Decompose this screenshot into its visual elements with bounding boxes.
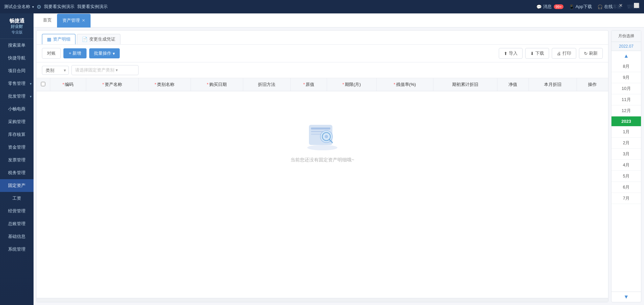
tab-home[interactable]: 首页 [38,13,57,27]
selected-year: 2022.07 [611,42,641,51]
th-monthly-depreciation: 本月折旧 [529,78,577,91]
sidebar-item-system[interactable]: 系统管理 [0,243,34,256]
month-item-2023-3月[interactable]: 3月 [611,149,641,160]
table-container: *编码 *资产名称 *类别名称 *购买日期 折旧方法 *原值 *期限(月) *残… [37,78,608,298]
month-item-2023-6月[interactable]: 6月 [611,182,641,193]
th-period: *期限(月) [327,78,376,91]
month-item-12月[interactable]: 12月 [611,105,641,116]
month-nav-up-btn[interactable]: ▲ [621,52,632,60]
app-download-label: App下载 [576,4,592,10]
th-operation: 操作 [577,78,608,91]
dropdown-icon: ▾ [32,5,34,9]
maximize-btn[interactable]: ⬜ [629,0,644,11]
sidebar: 畅捷通 好业财 专业版 搜索菜单快捷导航项目合同零售管理批发管理小畅电商采购管理… [0,13,34,305]
month-nav-down-btn[interactable]: ▼ [621,293,632,301]
sidebar-item-salary[interactable]: 工资 [0,192,34,205]
th-name: *资产名称 [86,78,139,91]
th-code: *编码 [50,78,86,91]
month-item-11月[interactable]: 11月 [611,94,641,105]
month-item-2023-2月[interactable]: 2月 [611,138,641,149]
year-badge[interactable]: 2023 [611,116,641,126]
month-item-2023-7月[interactable]: 7月 [611,193,641,204]
tab-asset-mgmt[interactable]: 资产管理 ✕ [57,14,91,28]
print-icon: 🖨 [557,51,561,56]
svg-point-8 [325,135,328,138]
sidebar-item-basic-info[interactable]: 基础信息 [0,230,34,243]
toolbar-left: 对账 + 新增 批量操作 ▾ [42,48,120,59]
sub-tab-asset-detail[interactable]: ▦ 资产明细 [42,34,75,44]
filter-placeholder: 请选择固定资产类别 [75,67,114,73]
phone-icon: 📱 [569,4,574,9]
category-select-wrapper: 类别 [42,66,69,75]
sidebar-item-ledger[interactable]: 总账管理 [0,217,34,230]
sidebar-item-operations[interactable]: 经营管理 [0,205,34,217]
month-list: 8月9月10月11月12月20231月2月3月4月5月6月7月 [611,61,641,292]
tab-home-label: 首页 [43,17,52,23]
top-bar-left: 测试企业名称 ▾ ⚙ 我要看实例演示 我要看实例演示 [4,4,108,10]
month-panel: 月份选择 2022.07 ▲ 8月9月10月11月12月20231月2月3月4月… [611,30,641,302]
month-item-8月[interactable]: 8月 [611,61,641,72]
filter-row: 类别 请选择固定资产类别 ▾ [37,62,608,78]
asset-table: *编码 *资产名称 *类别名称 *购买日期 折旧方法 *原值 *期限(月) *残… [37,78,608,91]
category-filter-input-wrapper[interactable]: 请选择固定资产类别 ▾ [71,65,139,75]
message-btn[interactable]: 💬 消息 99+ [536,4,564,10]
sidebar-item-search[interactable]: 搜索菜单 [0,39,34,52]
th-original-value: *原值 [291,78,327,91]
add-btn[interactable]: + 新增 [63,48,87,58]
message-label: 消息 [543,4,552,10]
month-item-10月[interactable]: 10月 [611,83,641,94]
th-residual-rate: *残值率(%) [376,78,433,91]
toolbar: 对账 + 新增 批量操作 ▾ ⬆ 导入 [37,45,608,62]
tab-close-icon[interactable]: ✕ [82,18,85,23]
demo-link[interactable]: 我要看实例演示 [44,4,74,10]
month-item-9月[interactable]: 9月 [611,72,641,83]
reconcile-btn[interactable]: 对账 [42,48,61,59]
refresh-label: 刷新 [589,50,598,56]
sidebar-item-fixed-assets[interactable]: 固定资产 [0,179,34,192]
month-panel-header: 月份选择 [611,31,641,42]
sub-tabs: ▦ 资产明细 📄 变更生成凭证 [37,31,608,45]
settings-icon[interactable]: ⚙ [37,4,41,10]
download-icon: ⬇ [530,51,534,56]
asset-detail-label: 资产明细 [53,36,70,42]
month-nav-up: ▲ [611,51,641,61]
category-select[interactable]: 类别 [42,66,69,75]
print-btn[interactable]: 🖨 打印 [552,48,576,59]
message-icon: 💬 [536,4,542,9]
select-all-checkbox[interactable] [41,82,45,86]
refresh-icon: ↻ [584,51,588,56]
sidebar-item-inventory[interactable]: 库存核算 [0,128,34,141]
sidebar-item-wholesale[interactable]: 批发管理 [0,90,34,103]
month-item-2023-4月[interactable]: 4月 [611,160,641,171]
scroll-bottom[interactable] [37,298,608,302]
download-btn[interactable]: ⬇ 下载 [525,48,549,59]
sidebar-item-project[interactable]: 项目合同 [0,64,34,77]
print-label: 打印 [562,50,571,56]
sidebar-item-quick-nav[interactable]: 快捷导航 [0,52,34,64]
close-btn[interactable]: ✕ [613,0,629,11]
refresh-btn[interactable]: ↻ 刷新 [579,48,603,59]
import-icon: ⬆ [504,51,507,56]
sidebar-item-invoice[interactable]: 发票管理 [0,154,34,166]
change-voucher-label: 变更生成凭证 [89,36,115,42]
demo-link-text[interactable]: 我要看实例演示 [77,4,108,10]
page-content: ▦ 资产明细 📄 变更生成凭证 对账 + 新增 [34,28,644,305]
month-item-2023-5月[interactable]: 5月 [611,171,641,182]
company-selector[interactable]: 测试企业名称 ▾ [4,4,34,10]
empty-illustration [302,118,342,152]
content-area: 首页 资产管理 ✕ ▦ 资产明细 📄 变更生成凭证 [34,13,644,305]
sidebar-item-finance[interactable]: 资金管理 [0,141,34,154]
app-download-btn[interactable]: 📱 App下载 [569,4,592,10]
sub-tab-change-voucher[interactable]: 📄 变更生成凭证 [77,34,120,44]
download-label: 下载 [535,50,544,56]
company-name: 测试企业名称 [4,4,30,10]
sidebar-item-purchase[interactable]: 采购管理 [0,115,34,128]
asset-panel: ▦ 资产明细 📄 变更生成凭证 对账 + 新增 [36,30,608,302]
batch-btn[interactable]: 批量操作 ▾ [89,48,120,58]
month-item-2023-1月[interactable]: 1月 [611,126,641,138]
batch-wrapper: 批量操作 ▾ [89,48,120,58]
import-btn[interactable]: ⬆ 导入 [499,48,523,59]
sidebar-item-retail[interactable]: 零售管理 [0,77,34,90]
sidebar-item-ecommerce[interactable]: 小畅电商 [0,103,34,115]
sidebar-item-tax[interactable]: 税务管理 [0,166,34,179]
